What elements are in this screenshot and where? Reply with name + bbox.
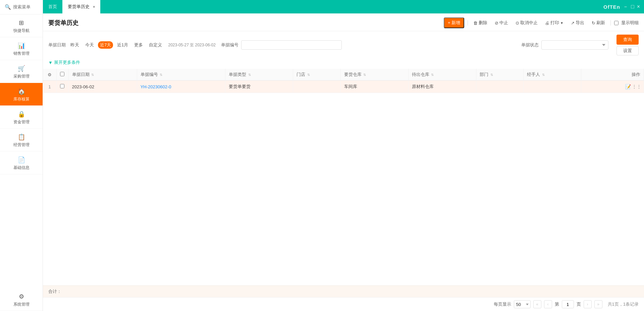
sidebar-item-sales[interactable]: 📊 销售管理 — [0, 37, 43, 60]
show-detail-checkbox[interactable] — [614, 21, 619, 25]
shortcut-1month[interactable]: 近1月 — [115, 41, 130, 49]
last-page-btn[interactable]: » — [594, 300, 602, 308]
action-buttons: 查询 设置 — [616, 35, 639, 55]
sidebar-item-label: 库存核算 — [13, 96, 30, 102]
delete-button[interactable]: 🗑 删除 — [471, 18, 489, 27]
select-all-checkbox[interactable] — [60, 72, 64, 76]
topbar: 首页 要货单历史 × OfTEn － □ × — [43, 0, 644, 13]
row-number: 1 — [43, 81, 56, 93]
setting-button[interactable]: 设置 — [616, 46, 639, 55]
col-settings[interactable]: ⚙ — [43, 69, 56, 81]
sidebar-item-inventory[interactable]: 🏠 库存核算 — [0, 83, 43, 106]
close-tab-icon[interactable]: × — [93, 5, 95, 9]
tab-order-history[interactable]: 要货单历史 × — [62, 0, 100, 13]
page-title: 要货单历史 — [48, 19, 78, 27]
tab-home-label: 首页 — [48, 4, 57, 10]
sidebar-item-finance[interactable]: 🔒 资金管理 — [0, 106, 43, 129]
first-page-btn[interactable]: « — [533, 300, 541, 308]
shortcut-custom[interactable]: 自定义 — [147, 41, 164, 49]
shortcut-yesterday[interactable]: 昨天 — [68, 41, 81, 49]
cancel-stop-button[interactable]: ⊙ 取消中止 — [514, 18, 540, 27]
page-unit: 页 — [577, 301, 581, 307]
col-pending-warehouse-label: 待出仓库 — [412, 72, 429, 77]
shortcut-7days[interactable]: 近7天 — [98, 41, 113, 49]
doc-status-select[interactable] — [541, 40, 608, 50]
main-content: 首页 要货单历史 × OfTEn － □ × 要货单历史 + 新增 🗑 删除 — [43, 0, 644, 311]
handler-sort-icon[interactable]: ⇅ — [542, 73, 545, 77]
delete-icon: 🗑 — [473, 20, 478, 26]
filter-row-1: 单据日期 昨天 今天 近7天 近1月 更多 自定义 2023-05-27 至 2… — [48, 35, 639, 55]
sidebar-item-basic[interactable]: 📄 基础信息 — [0, 151, 43, 174]
shortcut-more[interactable]: 更多 — [132, 41, 145, 49]
store-sort-icon[interactable]: ⇅ — [307, 73, 310, 77]
col-doc-type-label: 单据类型 — [229, 72, 246, 77]
sidebar-item-label: 采购管理 — [13, 74, 30, 79]
prev-page-btn[interactable]: ‹ — [544, 300, 552, 308]
finance-icon: 🔒 — [18, 110, 25, 118]
date-shortcuts: 昨天 今天 近7天 近1月 更多 自定义 — [68, 41, 164, 49]
sidebar-item-label: 系统管理 — [13, 302, 30, 307]
table-header-row: ⚙ 单据日期 ⇅ 单据编号 ⇅ 单据类型 — [43, 69, 644, 81]
tab-home[interactable]: 首页 — [43, 0, 62, 13]
footer-summary: 合计： — [43, 285, 644, 297]
sidebar-item-purchase[interactable]: 🛒 采购管理 — [0, 60, 43, 83]
sidebar-item-quick-nav[interactable]: ⊞ 快捷导航 — [0, 14, 43, 37]
req-warehouse-sort-icon[interactable]: ⇅ — [363, 73, 366, 77]
date-sort-icon[interactable]: ⇅ — [91, 73, 94, 77]
col-handler-label: 经手人 — [527, 72, 540, 77]
row-date: 2023-06-02 — [68, 81, 137, 93]
doc-type-sort-icon[interactable]: ⇅ — [248, 73, 251, 77]
toolbar: + 新增 🗑 删除 ⊘ 中止 ⊙ 取消中止 🖨 打印 ▼ — [444, 17, 639, 28]
sidebar-search-label: 搜索菜单 — [13, 4, 31, 10]
date-range-display: 2023-05-27 至 2023-06-02 — [168, 42, 215, 48]
tab-order-history-label: 要货单历史 — [68, 4, 90, 10]
purchase-icon: 🛒 — [18, 65, 25, 72]
doc-number-input[interactable] — [241, 40, 342, 50]
row-operations: 📝 ⋮⋮ — [581, 81, 644, 93]
sidebar-search[interactable]: 🔍 搜索菜单 — [0, 0, 43, 14]
data-table: ⚙ 单据日期 ⇅ 单据编号 ⇅ 单据类型 — [43, 69, 644, 93]
refresh-button[interactable]: ↻ 刷新 — [590, 18, 607, 27]
row-more-btn[interactable]: ⋮⋮ — [633, 83, 640, 90]
col-pending-warehouse: 待出仓库 ⇅ — [408, 69, 476, 81]
show-detail-button[interactable]: 显示明细 — [614, 20, 639, 26]
col-handler: 经手人 ⇅ — [524, 69, 581, 81]
page-input[interactable] — [562, 300, 574, 308]
delete-label: 删除 — [479, 20, 487, 26]
print-button[interactable]: 🖨 打印 ▼ — [543, 18, 566, 27]
pending-warehouse-sort-icon[interactable]: ⇅ — [431, 73, 434, 77]
row-pending-warehouse: 原材料仓库 — [408, 81, 476, 93]
window-close-btn[interactable]: × — [637, 4, 640, 10]
col-date-label: 单据日期 — [72, 72, 90, 77]
sidebar-item-label: 经营管理 — [13, 142, 30, 148]
sales-icon: 📊 — [18, 42, 25, 49]
row-checkbox[interactable] — [60, 84, 64, 88]
stop-icon: ⊘ — [495, 20, 498, 26]
page-header: 要货单历史 + 新增 🗑 删除 ⊘ 中止 ⊙ 取消中止 🖨 打 — [43, 13, 644, 31]
doc-no-link[interactable]: YH-20230602-0 — [141, 84, 171, 89]
search-icon: 🔍 — [5, 4, 11, 10]
sidebar-item-label: 快捷导航 — [13, 28, 30, 34]
sidebar-item-operations[interactable]: 📋 经营管理 — [0, 129, 43, 151]
expand-conditions-btn[interactable]: ▼ 展开更多条件 — [48, 58, 639, 67]
dept-sort-icon[interactable]: ⇅ — [490, 73, 493, 77]
stop-button[interactable]: ⊘ 中止 — [493, 18, 510, 27]
per-page-select[interactable]: 50 20 100 — [514, 300, 531, 308]
page-label: 第 — [555, 301, 559, 307]
next-page-btn[interactable]: › — [584, 300, 592, 308]
col-operation: 操作 — [581, 69, 644, 81]
maximize-btn[interactable]: □ — [631, 4, 634, 10]
shortcut-today[interactable]: 今天 — [83, 41, 96, 49]
doc-no-sort-icon[interactable]: ⇅ — [160, 73, 162, 77]
row-edit-btn[interactable]: 📝 — [624, 83, 632, 90]
new-button[interactable]: + 新增 — [444, 17, 464, 28]
sidebar-item-system[interactable]: ⚙ 系统管理 — [0, 288, 43, 311]
minimize-btn[interactable]: － — [623, 3, 628, 10]
table-row: 1 2023-06-02 YH-20230602-0 要货单要货 车间库 原材料… — [43, 81, 644, 93]
col-checkbox[interactable] — [56, 69, 68, 81]
row-checkbox-cell[interactable] — [56, 81, 68, 93]
sidebar-item-label: 基础信息 — [13, 165, 30, 171]
export-button[interactable]: ↗ 导出 — [569, 18, 586, 27]
query-button[interactable]: 查询 — [616, 35, 639, 45]
divider-1 — [468, 20, 468, 26]
